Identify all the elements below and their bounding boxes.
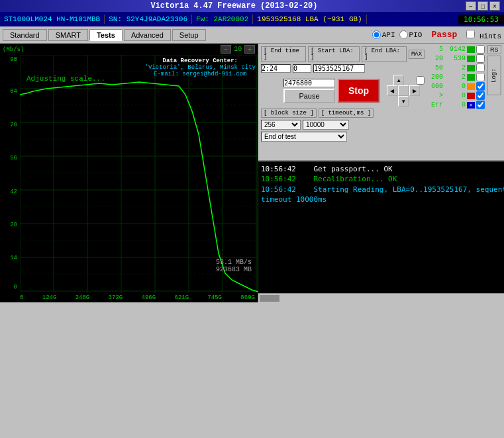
bar-check-20[interactable] xyxy=(476,54,485,63)
bar-row-5: 5 9142 xyxy=(428,45,485,54)
lba-field3[interactable] xyxy=(283,79,335,87)
bar-color-50 xyxy=(467,65,475,71)
bar-count-200: 2 xyxy=(444,73,466,81)
timeout-select[interactable]: 10000 xyxy=(303,120,349,130)
bar-color-5 xyxy=(467,46,475,53)
arrow-row2: ◀ ▶ xyxy=(387,85,420,96)
end-lba-input[interactable] xyxy=(313,64,365,73)
arrow-up-btn[interactable]: ▲ xyxy=(393,75,404,85)
data-recovery-info: Data Recovery Center: 'Victoria', Belaru… xyxy=(145,58,256,77)
log-time-2: 10:56:42 xyxy=(261,175,296,183)
bar-count-50: 2 xyxy=(444,64,466,71)
bar-row-gt: > 0 xyxy=(428,91,485,100)
x-label-745g: 745G xyxy=(207,294,222,301)
tab-smart[interactable]: SMART xyxy=(48,29,88,41)
graph-svg xyxy=(20,55,258,293)
x-labels: 0 124G 248G 372G 496G 621G 745G 869G xyxy=(0,293,258,302)
bar-rows: 5 9142 20 539 xyxy=(428,45,485,109)
close-btn[interactable]: × xyxy=(489,1,500,11)
bar-color-20 xyxy=(467,56,475,62)
hints-checkbox[interactable]: Hints xyxy=(466,30,501,40)
radio-pio[interactable]: PIO xyxy=(399,30,423,39)
bar-check-200[interactable] xyxy=(476,73,485,81)
device-bar: ST1000LM024 HN-M101MBB SN: S2Y4J9ADA2330… xyxy=(0,12,504,26)
tab-advanced[interactable]: Advanced xyxy=(124,29,171,41)
bar-check-600[interactable] xyxy=(476,82,485,91)
rs-btn[interactable]: RS xyxy=(487,45,501,54)
arrow-down-btn[interactable]: ▼ xyxy=(398,96,409,107)
bars-panel: 5 9142 20 539 xyxy=(427,44,503,160)
menu-bar: Standard SMART Tests Advanced Setup API … xyxy=(0,26,504,44)
bar-check-gt[interactable] xyxy=(476,91,485,100)
graph-controls: − 10 + xyxy=(221,45,255,54)
bar-label-20: 20 xyxy=(428,55,443,62)
center-panel: [ End time ] [ Start LBA: ] [ End LBA: ]… xyxy=(258,44,504,302)
end-test-row: End of test xyxy=(261,132,425,142)
tab-setup[interactable]: Setup xyxy=(172,29,206,41)
rs-log-col: RS Log: xyxy=(487,45,501,95)
y-label-56: 56 xyxy=(10,155,17,161)
pause-btn[interactable]: Pause xyxy=(283,89,335,103)
bar-count-err: 0 xyxy=(444,101,466,109)
stop-btn[interactable]: Stop xyxy=(338,79,379,103)
bar-color-600 xyxy=(467,83,475,90)
y-label-98: 98 xyxy=(10,56,17,63)
lba-panel: [ End time ] [ Start LBA: ] [ End LBA: ]… xyxy=(258,44,427,160)
dr-title: Data Recovery Center: xyxy=(145,58,256,64)
bar-label-err: Err xyxy=(428,101,443,109)
log-btn[interactable]: Log: xyxy=(487,56,501,95)
graph-info: 53.1 MB/s 923683 MB xyxy=(216,259,252,273)
arrow-right-btn[interactable]: ▶ xyxy=(409,85,420,96)
block-size-select[interactable]: 256 xyxy=(261,120,301,130)
x-label-372g: 372G xyxy=(109,294,123,301)
log-line-2: 10:56:42 Recalibration... OK xyxy=(261,174,504,184)
graph-speed: 53.1 MB/s xyxy=(216,259,252,266)
adjusting-text: Adjusting scale... xyxy=(26,75,105,83)
graph-canvas: 98 84 70 56 42 28 14 0 xyxy=(0,55,258,293)
x-label-621g: 621G xyxy=(174,294,189,301)
radio-api[interactable]: API xyxy=(372,30,395,39)
minimize-btn[interactable]: − xyxy=(466,1,476,11)
graph-mb: 923683 MB xyxy=(216,266,252,273)
bar-color-200 xyxy=(467,74,475,81)
dr-line1: 'Victoria', Belarus, Minsk city xyxy=(145,64,256,71)
pause-col: Pause xyxy=(261,79,335,103)
start-lba-input[interactable] xyxy=(293,64,311,73)
bar-check-err[interactable] xyxy=(476,101,485,109)
end-time-label: [ End time ] xyxy=(261,46,306,62)
device-label: Passp xyxy=(431,30,457,40)
end-of-test-select[interactable]: End of test xyxy=(261,132,347,142)
maximize-btn[interactable]: □ xyxy=(478,1,488,11)
bar-row-600: 600 0 xyxy=(428,82,485,91)
y-label-70: 70 xyxy=(10,122,17,128)
arrow-check[interactable] xyxy=(416,76,425,85)
device-model: ST1000LM024 HN-M101MBB xyxy=(0,15,105,24)
horizontal-scrollbar[interactable] xyxy=(258,293,504,302)
device-serial: SN: S2Y4J9ADA23306 xyxy=(105,15,192,24)
arrow-row3: ▼ xyxy=(387,96,420,107)
timeout-label: [ timeout,ms ] xyxy=(319,109,374,118)
bar-label-50: 50 xyxy=(428,64,443,71)
graph-plus-btn[interactable]: + xyxy=(244,45,255,54)
y-label-14: 14 xyxy=(10,255,17,261)
max-label: MAX xyxy=(409,50,425,59)
bar-label-200: 200 xyxy=(428,73,443,81)
bar-row-20: 20 539 xyxy=(428,54,485,63)
bar-check-50[interactable] xyxy=(476,64,485,72)
graph-scale: 10 xyxy=(234,46,242,53)
dr-line2: E-mail: sergei@hdd-911.com xyxy=(145,71,256,77)
tab-standard[interactable]: Standard xyxy=(3,29,47,41)
bar-color-err: ✕ xyxy=(467,102,475,109)
arrow-left-btn[interactable]: ◀ xyxy=(387,85,397,96)
scroll-thumb[interactable] xyxy=(260,295,279,302)
graph-minus-btn[interactable]: − xyxy=(221,45,231,54)
end-time-input[interactable] xyxy=(261,64,291,73)
y-labels: 98 84 70 56 42 28 14 0 xyxy=(0,55,19,293)
y-label-0: 0 xyxy=(14,284,17,290)
bar-color-gt xyxy=(467,93,475,99)
device-time: 10:56:53 xyxy=(458,15,504,24)
log-time-1: 10:56:42 xyxy=(261,165,296,173)
bar-check-5[interactable] xyxy=(476,45,485,54)
arrow-area: ▲ ◀ ▶ ▼ xyxy=(382,75,425,107)
tab-tests[interactable]: Tests xyxy=(89,29,123,41)
